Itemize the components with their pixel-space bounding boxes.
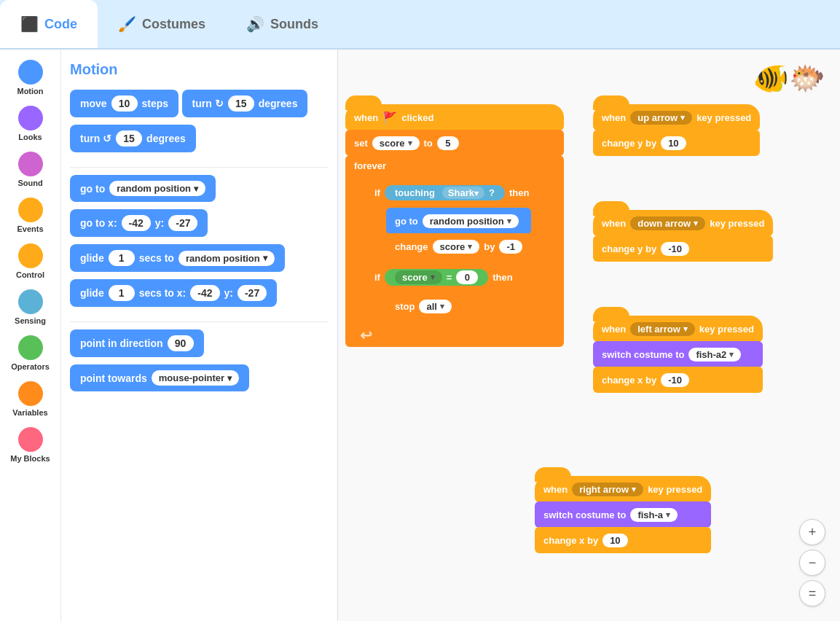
sidebar-item-control[interactable]: Control — [3, 241, 58, 282]
sidebar-item-operators[interactable]: Operators — [3, 332, 58, 374]
looks-circle — [18, 106, 43, 130]
block-if-shark[interactable]: if touching Shark ? then go to random po… — [366, 180, 555, 262]
myblocks-circle — [18, 427, 43, 452]
block-set-score[interactable]: set score to 5 — [345, 130, 564, 156]
sounds-icon: 🔊 — [246, 15, 264, 33]
sidebar-item-sensing[interactable]: Sensing — [3, 286, 58, 328]
variables-label: Variables — [12, 408, 47, 417]
script-area[interactable]: 🐠🐡 when 🚩 clicked set score to 5 forever — [338, 50, 840, 621]
block-palette: Motion move 10 steps turn ↻ 15 degrees t… — [61, 50, 338, 621]
block-inner-goto[interactable]: go to random position — [386, 208, 531, 234]
block-change-score[interactable]: change score by -1 — [386, 233, 531, 259]
main-layout: Motion Looks Sound Events Control Sensin… — [0, 50, 840, 621]
block-forever[interactable]: forever if touching Shark ? then go t — [345, 155, 564, 347]
sidebar-item-sound[interactable]: Sound — [3, 149, 58, 190]
code-icon: ⬛ — [20, 15, 39, 33]
block-when-left-arrow[interactable]: when left arrow key pressed — [593, 316, 763, 342]
block-glide-xy[interactable]: glide 1 secs to x: -42 y: -27 — [70, 279, 277, 307]
tab-costumes[interactable]: 🖌️ Costumes — [98, 0, 226, 48]
zoom-controls: + − = — [799, 519, 825, 606]
tab-sounds[interactable]: 🔊 Sounds — [226, 0, 339, 48]
control-label: Control — [16, 270, 44, 279]
block-when-down-arrow[interactable]: when down arrow key pressed — [593, 210, 773, 236]
sidebar-item-variables[interactable]: Variables — [3, 378, 58, 420]
sidebar-item-events[interactable]: Events — [3, 195, 58, 236]
zoom-in-button[interactable]: + — [799, 519, 825, 545]
sound-circle — [18, 152, 43, 176]
block-glide-random[interactable]: glide 1 secs to random position — [70, 244, 285, 272]
block-change-y-down[interactable]: change y by -10 — [593, 235, 773, 262]
block-point-direction[interactable]: point in direction 90 — [70, 329, 204, 357]
control-circle — [18, 243, 43, 268]
script-down-arrow: when down arrow key pressed change y by … — [593, 210, 773, 262]
sidebar-item-myblocks[interactable]: My Blocks — [3, 424, 58, 466]
block-goto-random[interactable]: go to random position — [70, 175, 216, 202]
operators-label: Operators — [11, 362, 50, 371]
sensing-label: Sensing — [15, 316, 46, 325]
variables-circle — [18, 381, 43, 406]
sound-label: Sound — [17, 179, 42, 187]
myblocks-label: My Blocks — [10, 454, 50, 463]
block-change-x-right[interactable]: change x by 10 — [535, 527, 711, 553]
script-left-arrow: when left arrow key pressed switch costu… — [593, 316, 763, 393]
tab-code[interactable]: ⬛ Code — [0, 0, 98, 48]
script-right-arrow: when right arrow key pressed switch cost… — [535, 476, 711, 553]
block-if-score[interactable]: if score = 0 then stop — [366, 264, 555, 322]
sidebar-item-looks[interactable]: Looks — [3, 103, 58, 144]
block-point-towards[interactable]: point towards mouse-pointer — [70, 364, 249, 391]
block-turn-cw[interactable]: turn ↻ 15 degrees — [182, 90, 308, 117]
sensing-circle — [18, 289, 43, 314]
events-label: Events — [17, 224, 43, 233]
zoom-out-button[interactable]: − — [799, 550, 825, 576]
tab-code-label: Code — [44, 17, 77, 32]
events-circle — [18, 198, 43, 222]
block-stop-all[interactable]: stop all — [386, 293, 460, 319]
motion-circle — [18, 60, 43, 85]
costumes-icon: 🖌️ — [118, 15, 136, 33]
zoom-reset-button[interactable]: = — [799, 580, 825, 606]
sprite-icon: 🐠🐡 — [753, 61, 825, 95]
script-green-flag: when 🚩 clicked set score to 5 forever — [345, 104, 564, 347]
block-change-x-left[interactable]: change x by -10 — [593, 367, 763, 393]
block-when-right-arrow[interactable]: when right arrow key pressed — [535, 476, 711, 502]
loop-arrow-icon: ↩ — [360, 327, 372, 344]
tab-sounds-label: Sounds — [270, 17, 318, 32]
block-change-y-up[interactable]: change y by 10 — [593, 130, 760, 156]
block-when-up-arrow[interactable]: when up arrow key pressed — [593, 104, 760, 130]
tab-bar: ⬛ Code 🖌️ Costumes 🔊 Sounds — [0, 0, 840, 50]
block-goto-xy[interactable]: go to x: -42 y: -27 — [70, 209, 208, 237]
sidebar-item-motion[interactable]: Motion — [3, 57, 58, 98]
block-move[interactable]: move 10 steps — [70, 90, 178, 117]
script-up-arrow: when up arrow key pressed change y by 10 — [593, 104, 760, 156]
tab-costumes-label: Costumes — [142, 17, 205, 32]
block-when-clicked[interactable]: when 🚩 clicked — [345, 104, 564, 130]
palette-title: Motion — [70, 61, 329, 78]
operators-circle — [18, 335, 43, 360]
block-turn-ccw[interactable]: turn ↺ 15 degrees — [70, 125, 196, 152]
block-switch-costume-left[interactable]: switch costume to fish-a2 — [593, 341, 763, 367]
category-sidebar: Motion Looks Sound Events Control Sensin… — [0, 50, 61, 621]
block-switch-costume-right[interactable]: switch costume to fish-a — [535, 501, 711, 528]
looks-label: Looks — [18, 133, 42, 141]
motion-label: Motion — [17, 87, 43, 95]
